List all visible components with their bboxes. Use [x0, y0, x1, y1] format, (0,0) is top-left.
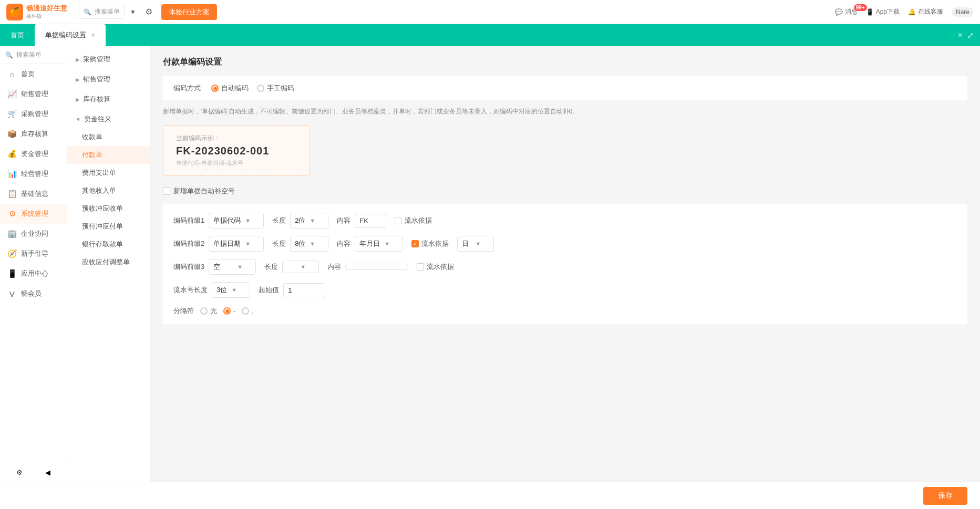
sidebar-system-label: 系统管理 [21, 209, 48, 219]
online-service-label: 在线客服 [918, 7, 943, 16]
sidebar-basic-label: 基础信息 [21, 189, 48, 199]
submenu-group-inventory-header[interactable]: ▶ 库存核算 [67, 90, 150, 108]
prefix3-select[interactable]: 空 ▼ [209, 259, 256, 275]
tab-close-icon[interactable]: × [91, 32, 95, 39]
submenu-item-receipt[interactable]: 收款单 [67, 128, 150, 146]
main-layout: 🔍 搜索菜单 ⌂ 首页 📈 销售管理 🛒 采购管理 📦 库存核算 💰 资金管理 … [0, 46, 980, 482]
tab-actions: × ⤢ [958, 30, 980, 40]
gear-icon: ⚙ [145, 7, 152, 17]
logo-sub: 插件版 [26, 13, 67, 19]
submenu-item-pre-payment[interactable]: 预付冲应付单 [67, 217, 150, 235]
message-button[interactable]: 💬 消息 99+ [835, 7, 858, 16]
submenu-item-payment[interactable]: 付款单 [67, 146, 150, 164]
submenu-sales-label: 销售管理 [83, 75, 110, 84]
sidebar-item-finance[interactable]: 💰 资金管理 [0, 144, 67, 164]
sidebar-item-sales[interactable]: 📈 销售管理 [0, 84, 67, 104]
sidebar-item-purchase[interactable]: 🛒 采购管理 [0, 104, 67, 124]
purchase-icon: 🛒 [7, 109, 17, 119]
content3-value [345, 264, 408, 270]
tab-maximize-icon[interactable]: ⤢ [967, 30, 974, 40]
length2-group: 长度 8位 ▼ [272, 236, 328, 252]
submenu-item-bank[interactable]: 银行存取款单 [67, 235, 150, 253]
save-button[interactable]: 保存 [923, 487, 967, 505]
length1-select[interactable]: 2位 ▼ [290, 213, 328, 228]
sep-dash-radio[interactable]: - [223, 307, 235, 315]
message-badge: 99+ [854, 4, 867, 11]
online-service-button[interactable]: 🔔 在线客服 [908, 7, 943, 16]
sidebar-finance-label: 资金管理 [21, 149, 48, 159]
serial1-checkbox[interactable] [395, 217, 402, 224]
content1-value: FK [355, 214, 386, 228]
length2-label: 长度 [272, 239, 286, 248]
length2-select[interactable]: 8位 ▼ [290, 236, 328, 252]
search-label: 搜索菜单 [95, 7, 120, 16]
sidebar-item-guide[interactable]: 🧭 新手引导 [0, 244, 67, 264]
serial2-group: ✓ 流水依据 [411, 239, 449, 248]
prefix2-select[interactable]: 单据日期 ▼ [209, 236, 264, 252]
sidebar-item-system[interactable]: ⚙ 系统管理 [0, 204, 67, 224]
start-value-label: 起始值 [259, 285, 279, 295]
content2-select[interactable]: 年月日 ▼ [355, 236, 403, 252]
sidebar-item-app[interactable]: 📱 应用中心 [0, 264, 67, 284]
auto-encoding-radio[interactable]: 自动编码 [211, 84, 249, 93]
app-download-button[interactable]: 📱 App下载 [866, 7, 900, 16]
sep-none-label: 无 [210, 306, 217, 316]
sidebar-item-home[interactable]: ⌂ 首页 [0, 64, 67, 84]
start-value-input[interactable]: 1 [283, 283, 325, 297]
submenu-item-expense[interactable]: 费用支出单 [67, 164, 150, 182]
capital-arrow-icon: ▼ [76, 117, 81, 122]
tab-close-window-icon[interactable]: × [958, 30, 963, 40]
sidebar-item-inventory[interactable]: 📦 库存核算 [0, 124, 67, 144]
sidebar-item-operation[interactable]: 📊 经营管理 [0, 164, 67, 184]
prefix1-select[interactable]: 单据代码 ▼ [209, 213, 264, 228]
tab-home-label: 首页 [11, 30, 24, 40]
nav-dropdown[interactable]: ▼ [130, 8, 136, 16]
sidebar-search-label: 搜索菜单 [16, 50, 42, 59]
serial2-period-arrow-icon: ▼ [475, 241, 481, 247]
tab-encoding-settings[interactable]: 单据编码设置 × [35, 24, 106, 46]
length1-label: 长度 [272, 216, 286, 225]
length1-group: 长度 2位 ▼ [272, 213, 328, 228]
search-bar[interactable]: 🔍 搜索菜单 [79, 5, 125, 19]
manual-encoding-radio[interactable]: 手工编码 [257, 84, 294, 93]
serial-length-group: 流水号长度 3位 ▼ [173, 282, 250, 298]
sep-dot-radio[interactable]: . [242, 307, 254, 315]
sidebar-collapse-icon[interactable]: ◀ [45, 469, 50, 476]
sidebar-item-basic[interactable]: 📋 基础信息 [0, 184, 67, 204]
serial2-period-select[interactable]: 日 ▼ [457, 236, 494, 252]
sep-none-radio[interactable]: 无 [200, 306, 217, 316]
serial2-checkbox[interactable]: ✓ [411, 240, 419, 247]
manual-encoding-label: 手工编码 [267, 84, 294, 93]
length2-value: 8位 [295, 239, 305, 248]
serial3-checkbox[interactable] [417, 263, 424, 271]
length1-arrow-icon: ▼ [310, 217, 315, 224]
content3-label: 内容 [327, 262, 341, 272]
purchase-arrow-icon: ▶ [76, 57, 80, 63]
sidebar-item-member[interactable]: V 畅会员 [0, 284, 67, 304]
submenu-group-sales-header[interactable]: ▶ 销售管理 [67, 70, 150, 88]
sep-dash-label: - [233, 307, 235, 315]
submenu-item-other-income[interactable]: 其他收入单 [67, 182, 150, 200]
sidebar-settings-icon[interactable]: ⚙ [16, 469, 23, 476]
trial-button[interactable]: 体验行业方案 [161, 4, 217, 20]
submenu-item-adjustment[interactable]: 应收应付调整单 [67, 253, 150, 271]
sidebar-app-label: 应用中心 [21, 269, 48, 278]
submenu-item-pre-receipt[interactable]: 预收冲应收单 [67, 200, 150, 217]
operation-icon: 📊 [7, 169, 17, 179]
sales-arrow-icon: ▶ [76, 77, 80, 82]
tab-home[interactable]: 首页 [0, 24, 35, 46]
guide-icon: 🧭 [7, 249, 17, 258]
length3-select[interactable]: ▼ [282, 261, 319, 273]
user-name[interactable]: Nare [952, 7, 974, 17]
sidebar-item-enterprise[interactable]: 🏢 企业协同 [0, 224, 67, 244]
sidebar-search[interactable]: 🔍 搜索菜单 [0, 46, 67, 64]
content2-label: 内容 [337, 239, 350, 248]
auto-fill-checkbox[interactable] [163, 188, 170, 195]
gear-button[interactable]: ⚙ [141, 5, 156, 19]
prefix3-label: 编码前缀3 [173, 262, 204, 272]
prefix2-group: 编码前缀2 单据日期 ▼ [173, 236, 264, 252]
submenu-group-capital-header[interactable]: ▼ 资金往来 [67, 110, 150, 128]
submenu-group-purchase-header[interactable]: ▶ 采购管理 [67, 50, 150, 68]
member-icon: V [7, 289, 17, 298]
serial-length-select[interactable]: 3位 ▼ [212, 282, 250, 298]
